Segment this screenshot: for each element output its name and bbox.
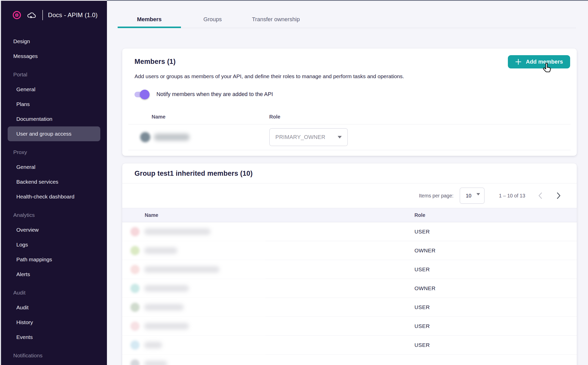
pagination-bar: Items per page: 10 1 – 10 of 13 bbox=[122, 183, 577, 208]
row-name-cell bbox=[122, 340, 414, 350]
items-per-page-label: Items per page: bbox=[419, 193, 454, 199]
items-per-page-select[interactable]: 10 bbox=[460, 187, 485, 204]
row-name-redacted bbox=[144, 342, 162, 348]
row-avatar bbox=[130, 322, 140, 331]
row-role-value: USER bbox=[414, 342, 577, 348]
sidebar-section-proxy: Proxy bbox=[8, 145, 100, 160]
row-role-value: USER bbox=[414, 266, 577, 273]
sidebar-item-backend-services[interactable]: Backend services bbox=[8, 174, 100, 189]
row-name-redacted bbox=[144, 247, 177, 254]
row-name-cell bbox=[122, 246, 414, 255]
table-row: USER bbox=[122, 260, 577, 279]
sidebar-item-documentation[interactable]: Documentation bbox=[8, 112, 100, 126]
members-table-header: Name Role bbox=[128, 109, 571, 124]
inherited-table-body: USER OWNER USER bbox=[122, 222, 577, 365]
row-name-cell bbox=[122, 227, 414, 236]
tab-transfer-ownership[interactable]: Transfer ownership bbox=[244, 11, 308, 28]
sidebar-item-audit[interactable]: Audit bbox=[8, 300, 100, 315]
member-name-cell bbox=[128, 132, 269, 142]
table-row: OWNER bbox=[122, 241, 577, 260]
row-name-cell bbox=[122, 322, 414, 331]
row-name-redacted bbox=[144, 285, 189, 292]
members-card-description: Add users or groups as members of your A… bbox=[134, 73, 565, 79]
row-name-cell bbox=[122, 284, 414, 293]
previous-page-button[interactable] bbox=[537, 192, 544, 199]
inherited-members-card: Group test1 inherited members (10) Items… bbox=[122, 163, 577, 365]
inherited-col-name: Name bbox=[122, 212, 414, 218]
notify-toggle-label: Notify members when they are added to th… bbox=[156, 91, 273, 98]
sidebar-item-events[interactable]: Events bbox=[8, 330, 100, 345]
tab-bar: Members Groups Transfer ownership bbox=[118, 1, 576, 28]
table-row bbox=[122, 355, 577, 365]
api-title: Docs - APIM (1.0) bbox=[48, 11, 97, 19]
chevron-down-icon bbox=[476, 193, 480, 195]
logo-divider bbox=[42, 10, 43, 20]
table-row: OWNER bbox=[122, 279, 577, 298]
row-role-value: USER bbox=[414, 323, 577, 329]
row-role-value: USER bbox=[414, 304, 577, 310]
member-role-select[interactable]: PRIMARY_OWNER bbox=[269, 128, 348, 146]
logo-row: Docs - APIM (1.0) bbox=[1, 1, 107, 29]
row-role-value: USER bbox=[414, 229, 577, 235]
row-name-cell bbox=[122, 303, 414, 312]
sidebar-item-plans[interactable]: Plans bbox=[8, 97, 100, 112]
member-role-value: PRIMARY_OWNER bbox=[275, 134, 325, 140]
notify-toggle[interactable] bbox=[134, 92, 148, 97]
row-avatar bbox=[130, 265, 140, 274]
row-name-redacted bbox=[144, 323, 189, 329]
table-row: USER bbox=[122, 336, 577, 355]
members-table: Name Role PRIMARY_OWNER bbox=[128, 109, 571, 150]
row-avatar bbox=[130, 359, 140, 365]
sidebar-item-health-check-dashboard[interactable]: Health-check dashboard bbox=[8, 189, 100, 204]
row-name-redacted bbox=[144, 228, 211, 235]
sidebar-item-general[interactable]: General bbox=[8, 82, 100, 97]
row-avatar bbox=[130, 303, 140, 312]
tab-groups[interactable]: Groups bbox=[181, 11, 244, 28]
gravitee-logo-icon bbox=[13, 11, 21, 19]
row-name-redacted bbox=[144, 266, 219, 273]
sidebar: Docs - APIM (1.0) Design Messages Portal… bbox=[0, 0, 107, 365]
sidebar-nav: Design Messages Portal General Plans Doc… bbox=[1, 29, 107, 363]
inherited-card-header: Group test1 inherited members (10) bbox=[122, 163, 577, 183]
members-table-row: PRIMARY_OWNER bbox=[128, 124, 571, 150]
row-name-redacted bbox=[144, 361, 167, 365]
member-name-redacted bbox=[154, 134, 190, 141]
row-name-cell bbox=[122, 359, 414, 365]
add-members-label: Add members bbox=[526, 59, 563, 65]
member-avatar bbox=[140, 132, 150, 142]
inherited-table-header: Name Role bbox=[122, 208, 577, 222]
table-row: USER bbox=[122, 317, 577, 336]
row-name-redacted bbox=[144, 304, 184, 311]
row-avatar bbox=[130, 284, 140, 293]
sidebar-section-notifications: Notifications bbox=[8, 348, 100, 363]
table-row: USER bbox=[122, 222, 577, 241]
main-content: Members Groups Transfer ownership Member… bbox=[107, 0, 588, 365]
pagination-range-label: 1 – 10 of 13 bbox=[499, 193, 525, 199]
sidebar-item-messages[interactable]: Messages bbox=[8, 49, 100, 64]
plus-icon bbox=[515, 58, 522, 65]
next-page-button[interactable] bbox=[555, 192, 562, 199]
items-per-page-value: 10 bbox=[466, 193, 471, 199]
members-card: Members (1) Add members Add users or gro… bbox=[122, 49, 577, 156]
row-avatar bbox=[130, 340, 140, 350]
table-row: USER bbox=[122, 298, 577, 317]
sidebar-item-user-and-group-access[interactable]: User and group access bbox=[8, 126, 100, 141]
notify-toggle-row: Notify members when they are added to th… bbox=[134, 91, 565, 98]
inherited-col-role: Role bbox=[414, 212, 577, 218]
sidebar-item-overview[interactable]: Overview bbox=[8, 222, 100, 237]
add-members-button[interactable]: Add members bbox=[508, 55, 570, 68]
sidebar-item-design[interactable]: Design bbox=[8, 34, 100, 49]
sidebar-item-general[interactable]: General bbox=[8, 160, 100, 174]
sidebar-section-portal: Portal bbox=[8, 67, 100, 82]
sidebar-item-alerts[interactable]: Alerts bbox=[8, 267, 100, 282]
tab-members[interactable]: Members bbox=[118, 11, 181, 28]
sidebar-item-logs[interactable]: Logs bbox=[8, 237, 100, 252]
sidebar-item-history[interactable]: History bbox=[8, 315, 100, 330]
sidebar-item-path-mappings[interactable]: Path mappings bbox=[8, 252, 100, 267]
row-role-value: OWNER bbox=[414, 248, 577, 254]
inherited-card-title: Group test1 inherited members (10) bbox=[134, 170, 565, 178]
row-name-cell bbox=[122, 265, 414, 274]
row-avatar bbox=[130, 246, 140, 255]
sidebar-section-audit: Audit bbox=[8, 285, 100, 300]
members-col-name: Name bbox=[128, 114, 269, 120]
